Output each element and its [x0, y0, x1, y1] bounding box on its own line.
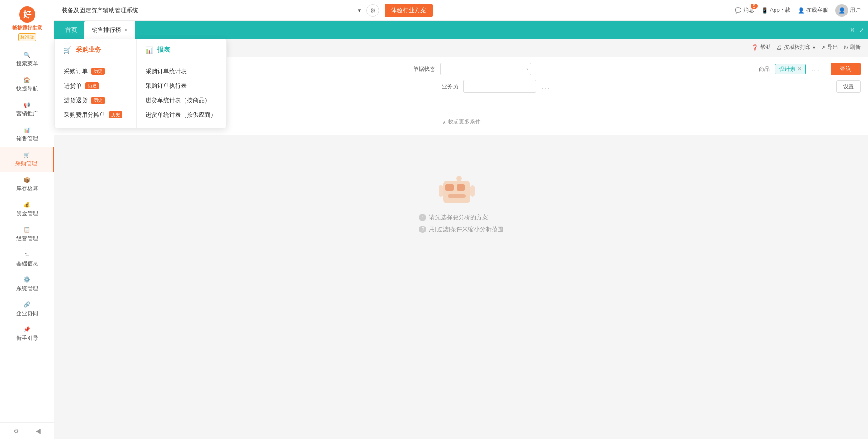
- empty-state: 1 请先选择要分析的方案 2 用[过滤]条件来缩小分析范围: [54, 135, 868, 270]
- help-icon: ❓: [751, 44, 758, 51]
- sidebar-item-operation[interactable]: 📋 经营管理: [0, 222, 54, 247]
- online-service-btn[interactable]: 👤 在线客服: [798, 6, 828, 14]
- user-label: 用户: [850, 6, 861, 14]
- sidebar-label-sales: 销售管理: [16, 135, 38, 143]
- purchase-dropdown-menu: 🛒 采购业务 采购订单 历史 进货单 历史 进货退货 历史 采购费用分摊单 历史…: [54, 39, 227, 128]
- menu-inbound-return[interactable]: 进货退货 历史: [62, 93, 129, 108]
- inbound-label: 进货单: [64, 82, 82, 90]
- sidebar-label-search: 搜索菜单: [16, 60, 38, 68]
- sidebar-collapse-btn[interactable]: ◀: [36, 427, 41, 434]
- sidebar-label-operation: 经营管理: [16, 235, 38, 242]
- goods-label: 商品: [759, 65, 770, 73]
- sidebar-menu: 🔍 搜索菜单 🏠 快捷导航 📢 营销推广 📊 销售管理 🛒 采购管理 📦 库存核…: [0, 45, 54, 422]
- sidebar-settings-btn[interactable]: ⚙: [13, 427, 19, 434]
- sidebar-item-system[interactable]: ⚙️ 系统管理: [0, 272, 54, 297]
- purchase-order-label: 采购订单: [64, 67, 88, 75]
- status-select[interactable]: [440, 63, 531, 75]
- sidebar-item-marketing[interactable]: 📢 营销推广: [0, 97, 54, 122]
- settings-btn-wrap: 设置: [836, 80, 861, 93]
- svg-rect-3: [445, 184, 454, 191]
- sidebar-item-capital[interactable]: 💰 资金管理: [0, 197, 54, 222]
- user-avatar[interactable]: 👤 用户: [835, 4, 861, 17]
- menu-purchase-fee[interactable]: 采购费用分摊单 历史: [62, 108, 129, 122]
- export-link[interactable]: ↗ 导出: [821, 44, 838, 51]
- message-badge: 9: [751, 4, 758, 9]
- goods-tag-text: 设计素: [779, 65, 795, 73]
- menu-purchase-order[interactable]: 采购订单 历史: [62, 64, 129, 79]
- step1-num: 1: [419, 214, 426, 221]
- enterprise-icon: 🔗: [24, 301, 30, 308]
- sidebar-label-purchase: 采购管理: [15, 160, 37, 168]
- empty-illustration: [439, 172, 484, 208]
- hint-1-text: 请先选择要分析的方案: [429, 213, 488, 222]
- purchase-fee-label: 采购费用分摊单: [64, 111, 105, 119]
- refresh-link[interactable]: ↻ 刷新: [844, 44, 861, 51]
- goods-tag-close-icon[interactable]: ✕: [797, 66, 802, 72]
- svg-rect-2: [443, 181, 470, 203]
- system-dropdown[interactable]: ▾: [358, 7, 361, 14]
- svg-rect-6: [439, 185, 443, 197]
- sidebar-item-inventory[interactable]: 📦 库存核算: [0, 172, 54, 197]
- app-download-btn[interactable]: 📱 App下载: [761, 6, 790, 14]
- chevron-down-icon: ▾: [358, 7, 361, 14]
- goods-tag: 设计素 ✕: [775, 64, 806, 74]
- avatar-icon: 👤: [839, 7, 845, 14]
- sidebar-item-sales[interactable]: 📊 销售管理: [0, 122, 54, 147]
- quicknav-icon: 🏠: [24, 77, 30, 83]
- purchase-icon: 🛒: [23, 152, 30, 158]
- system-icon: ⚙️: [24, 276, 30, 283]
- sidebar-item-basicinfo[interactable]: 🗂 基础信息: [0, 247, 54, 272]
- message-btn[interactable]: 💬 9 消息: [735, 6, 754, 14]
- goods-more-btn[interactable]: ...: [811, 65, 820, 73]
- sidebar-label-marketing: 营销推广: [16, 110, 38, 118]
- logo-area: 好 畅捷通好生意 标准版: [0, 0, 54, 45]
- tab-home[interactable]: 首页: [58, 21, 84, 39]
- print-link[interactable]: 🖨 按模板打印 ▾: [776, 44, 815, 51]
- menu-inbound-stats-goods[interactable]: 进货单统计表（按商品）: [144, 93, 218, 108]
- tab-close-icon[interactable]: ✕: [124, 27, 128, 33]
- tab-sales-rank-label: 销售排行榜: [92, 26, 121, 34]
- salesperson-more-btn[interactable]: ...: [541, 82, 550, 90]
- report-col: 📊 报表 采购订单统计表 采购订单执行表 进货单统计表（按商品） 进货单统计表（…: [137, 39, 225, 128]
- purchase-order-exec-label: 采购订单执行表: [146, 82, 187, 90]
- query-btn-wrap: 查询: [831, 63, 861, 75]
- salesperson-input[interactable]: [463, 80, 536, 93]
- purchase-fee-history-badge: 历史: [109, 111, 122, 118]
- purchase-col-title: 采购业务: [76, 46, 101, 54]
- purchase-col-header: 🛒 采购业务: [62, 45, 129, 59]
- svg-text:好: 好: [23, 10, 32, 19]
- svg-rect-5: [448, 194, 466, 198]
- window-controls: ✕ ⤢: [850, 26, 864, 34]
- menu-inbound-stats-supplier[interactable]: 进货单统计表（按供应商）: [144, 108, 218, 122]
- service-icon: 👤: [798, 7, 805, 14]
- window-close-icon[interactable]: ✕: [850, 26, 855, 34]
- sidebar-label-inventory: 库存核算: [16, 185, 38, 192]
- topbar-settings-btn[interactable]: ⚙: [366, 4, 379, 17]
- help-link[interactable]: ❓ 帮助: [751, 44, 771, 51]
- industry-btn[interactable]: 体验行业方案: [385, 4, 433, 17]
- query-button[interactable]: 查询: [831, 63, 861, 75]
- menu-inbound[interactable]: 进货单 历史: [62, 79, 129, 93]
- phone-icon: 📱: [761, 7, 768, 14]
- report-col-icon: 📊: [144, 45, 154, 55]
- sidebar-item-enterprise[interactable]: 🔗 企业协同: [0, 297, 54, 322]
- sidebar-item-guide[interactable]: 📌 新手引导: [0, 322, 54, 347]
- tab-sales-rank[interactable]: 销售排行榜 ✕: [84, 21, 135, 39]
- settings-button[interactable]: 设置: [836, 80, 861, 93]
- menu-purchase-order-exec[interactable]: 采购订单执行表: [144, 79, 218, 93]
- topbar-right: 💬 9 消息 📱 App下载 👤 在线客服 👤 用户: [735, 4, 861, 17]
- sidebar-item-purchase[interactable]: 🛒 采购管理: [0, 147, 54, 172]
- purchase-col-icon: 🛒: [62, 45, 72, 55]
- basicinfo-icon: 🗂: [24, 252, 30, 258]
- sidebar-bottom: ⚙ ◀: [0, 422, 54, 439]
- window-maximize-icon[interactable]: ⤢: [859, 26, 864, 34]
- purchase-business-col: 🛒 采购业务 采购订单 历史 进货单 历史 进货退货 历史 采购费用分摊单 历史: [55, 39, 137, 128]
- empty-hint-1: 1 请先选择要分析的方案: [419, 213, 503, 222]
- inbound-history-badge: 历史: [85, 82, 99, 89]
- tab-home-label: 首页: [65, 26, 77, 34]
- sidebar-item-search[interactable]: 🔍 搜索菜单: [0, 47, 54, 72]
- sidebar-label-enterprise: 企业协同: [16, 310, 38, 317]
- menu-purchase-order-stats[interactable]: 采购订单统计表: [144, 64, 218, 79]
- tabbar: 首页 销售排行榜 ✕ ✕ ⤢: [54, 21, 868, 39]
- sidebar-item-quicknav[interactable]: 🏠 快捷导航: [0, 72, 54, 97]
